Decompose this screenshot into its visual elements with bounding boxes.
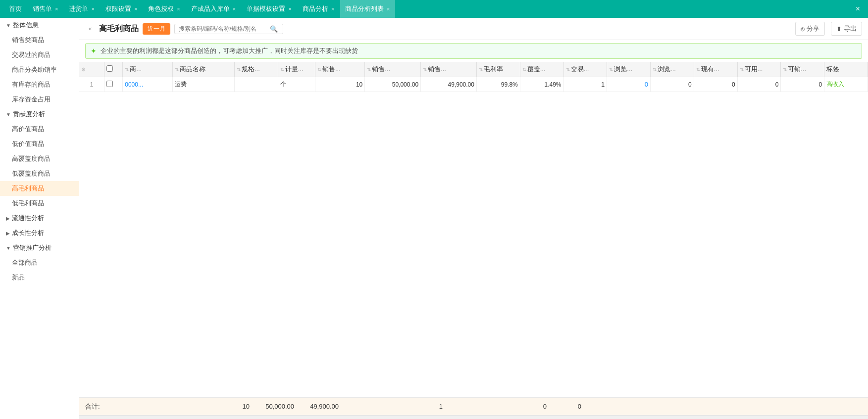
cell-sales-qty: 10 xyxy=(315,77,364,92)
sidebar-group-overall-label: 整体信息 xyxy=(13,21,39,30)
content-area: « 高毛利商品 近一月 🔍 ⎋ 分享 ⬆ 导出 ✦ 企业的主要的利润都是这部分商… xyxy=(79,18,868,419)
table-row[interactable]: 1 0000... 运费 个 10 50,000.00 49,900.00 99… xyxy=(79,77,868,92)
nav-purchase-close[interactable]: × xyxy=(91,6,94,12)
nav-permission-label: 权限设置 xyxy=(105,4,131,13)
search-input[interactable] xyxy=(179,25,268,32)
sidebar-item-category-assist[interactable]: 商品分类助销率 xyxy=(0,62,79,77)
nav-finished[interactable]: 产成品入库单 × xyxy=(186,0,241,18)
nav-sales[interactable]: 销售单 × xyxy=(28,0,63,18)
arrow-marketing: ▼ xyxy=(6,245,11,251)
nav-permission-close[interactable]: × xyxy=(134,6,137,12)
sidebar-group-contribution-label: 贡献度分析 xyxy=(13,110,45,119)
sidebar-item-in-stock[interactable]: 有库存的商品 xyxy=(0,77,79,92)
nav-permission[interactable]: 权限设置 × xyxy=(101,0,142,18)
nav-analysis[interactable]: 商品分析 × xyxy=(298,0,339,18)
row-checkbox[interactable] xyxy=(106,81,113,87)
page-title: 高毛利商品 xyxy=(99,24,139,34)
export-button[interactable]: ⬆ 导出 xyxy=(831,22,862,36)
nav-template[interactable]: 单据模板设置 × xyxy=(242,0,296,18)
table-header-row: ⚙ ⇅商... ⇅商品名称 ⇅规格... ⇅计量... ⇅销售... ⇅销售..… xyxy=(79,62,868,77)
cell-sales-profit: 49,900.00 xyxy=(421,77,477,92)
search-icon[interactable]: 🔍 xyxy=(270,25,278,33)
col-gross-rate: ⇅毛利率 xyxy=(476,62,520,77)
export-icon: ⬆ xyxy=(836,25,842,33)
nav-sales-close[interactable]: × xyxy=(55,6,58,12)
close-all-button[interactable]: × xyxy=(852,4,864,13)
share-button[interactable]: ⎋ 分享 xyxy=(795,22,825,36)
col-index: ⚙ xyxy=(79,62,104,77)
sidebar-item-stock-capital[interactable]: 库存资金占用 xyxy=(0,92,79,107)
nav-analysis-list-close[interactable]: × xyxy=(387,6,390,12)
nav-analysis-list[interactable]: 商品分析列表 × xyxy=(340,0,395,18)
cell-trade: 1 xyxy=(563,77,607,92)
cell-code: 0000... xyxy=(123,77,172,92)
arrow-overall: ▼ xyxy=(6,23,11,28)
sidebar-group-liquidity-label: 流通性分析 xyxy=(12,214,44,223)
cell-check[interactable] xyxy=(104,77,123,92)
top-nav: 首页 销售单 × 进货单 × 权限设置 × 角色授权 × 产成品入库单 × 单据… xyxy=(0,0,868,18)
bottom-scrollbar[interactable] xyxy=(79,415,868,419)
nav-analysis-list-label: 商品分析列表 xyxy=(345,4,384,13)
col-view2: ⇅浏览... xyxy=(651,62,694,77)
main-layout: ▼ 整体信息 销售类商品 交易过的商品 商品分类助销率 有库存的商品 库存资金占… xyxy=(0,18,868,419)
col-unit: ⇅计量... xyxy=(278,62,315,77)
nav-role[interactable]: 角色授权 × xyxy=(143,0,185,18)
nav-finished-label: 产成品入库单 xyxy=(191,4,230,13)
sidebar-item-all-goods[interactable]: 全部商品 xyxy=(0,255,79,270)
nav-purchase-label: 进货单 xyxy=(69,4,88,13)
select-all-checkbox[interactable] xyxy=(106,65,113,72)
search-box: 🔍 xyxy=(174,24,283,34)
sidebar-group-liquidity[interactable]: ▶ 流通性分析 xyxy=(0,211,79,226)
sidebar-item-high-coverage[interactable]: 高覆盖度商品 xyxy=(0,151,79,166)
collapse-button[interactable]: « xyxy=(85,24,95,34)
sidebar-group-overall[interactable]: ▼ 整体信息 xyxy=(0,18,79,33)
filter-recent-month[interactable]: 近一月 xyxy=(143,23,170,35)
col-sales-qty: ⇅销售... xyxy=(315,62,364,77)
share-icon: ⎋ xyxy=(801,25,805,33)
cell-name: 运费 xyxy=(172,77,234,92)
sidebar-group-contribution[interactable]: ▼ 贡献度分析 xyxy=(0,107,79,122)
cell-spec xyxy=(234,77,278,92)
sidebar-item-new-goods[interactable]: 新品 xyxy=(0,270,79,285)
info-banner-text: 企业的主要的利润都是这部分商品创造的，可考虑加大推广，同时关注库存是不要出现缺货 xyxy=(101,47,358,55)
sidebar-item-low-coverage[interactable]: 低覆盖度商品 xyxy=(0,166,79,181)
sidebar-item-low-margin[interactable]: 低毛利商品 xyxy=(0,196,79,211)
col-tag: 标签 xyxy=(824,62,868,77)
cell-current: 0 xyxy=(694,77,737,92)
footer-sales-profit: 49,900.00 xyxy=(298,403,343,410)
arrow-growth: ▶ xyxy=(6,231,10,236)
arrow-contribution: ▼ xyxy=(6,112,11,117)
cell-coverage: 1.49% xyxy=(520,77,563,92)
cell-sales-amount: 50,000.00 xyxy=(365,77,421,92)
arrow-liquidity: ▶ xyxy=(6,216,10,221)
info-banner: ✦ 企业的主要的利润都是这部分商品创造的，可考虑加大推广，同时关注库存是不要出现… xyxy=(85,43,862,59)
col-spec: ⇅规格... xyxy=(234,62,278,77)
nav-template-close[interactable]: × xyxy=(288,6,291,12)
table-footer: 合计: 10 50,000.00 49,900.00 1 0 0 xyxy=(79,397,868,415)
table-wrapper[interactable]: ⚙ ⇅商... ⇅商品名称 ⇅规格... ⇅计量... ⇅销售... ⇅销售..… xyxy=(79,62,868,397)
sidebar-group-growth[interactable]: ▶ 成长性分析 xyxy=(0,226,79,240)
sidebar-group-marketing[interactable]: ▼ 营销推广分析 xyxy=(0,240,79,255)
info-icon: ✦ xyxy=(91,47,97,55)
nav-analysis-close[interactable]: × xyxy=(331,6,334,12)
cell-view2: 0 xyxy=(651,77,694,92)
nav-role-close[interactable]: × xyxy=(177,6,180,12)
sidebar-item-high-value[interactable]: 高价值商品 xyxy=(0,122,79,137)
sidebar-item-traded-goods[interactable]: 交易过的商品 xyxy=(0,47,79,62)
col-sales-amount: ⇅销售... xyxy=(365,62,421,77)
footer-sales-qty: 10 xyxy=(214,403,254,410)
data-table: ⚙ ⇅商... ⇅商品名称 ⇅规格... ⇅计量... ⇅销售... ⇅销售..… xyxy=(79,62,868,92)
col-current: ⇅现有... xyxy=(694,62,737,77)
nav-purchase[interactable]: 进货单 × xyxy=(64,0,99,18)
nav-finished-close[interactable]: × xyxy=(233,6,236,12)
nav-role-label: 角色授权 xyxy=(148,4,174,13)
footer-current: 0 xyxy=(516,403,551,410)
col-view1: ⇅浏览... xyxy=(607,62,651,77)
sidebar-item-high-margin[interactable]: 高毛利商品 xyxy=(0,181,79,196)
sidebar-item-sales-goods[interactable]: 销售类商品 xyxy=(0,33,79,47)
col-sales-profit: ⇅销售... xyxy=(421,62,477,77)
cell-gross-rate: 99.8% xyxy=(476,77,520,92)
cell-view1[interactable]: 0 xyxy=(607,77,651,92)
sidebar-item-low-value[interactable]: 低价值商品 xyxy=(0,137,79,151)
nav-home[interactable]: 首页 xyxy=(4,0,27,18)
